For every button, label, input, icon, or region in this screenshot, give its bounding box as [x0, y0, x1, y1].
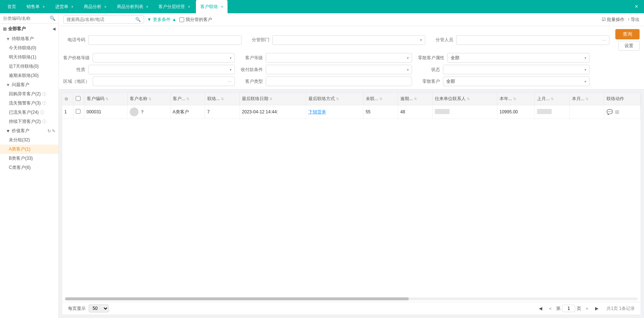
row-contacts: 7	[205, 105, 239, 119]
area-field: 区域（地区） ···	[63, 77, 235, 86]
customer-level-input[interactable]: ▾	[266, 53, 412, 63]
sort-name-icon[interactable]: ⇅	[149, 97, 151, 101]
more-conditions-btn[interactable]: ▼ 更多条件 ▲	[147, 17, 176, 23]
retail-attr-input[interactable]: 全部 ▾	[447, 53, 590, 63]
sidebar-item-repurchase-abnormal[interactable]: 回购异常客户(2) ⓘ	[0, 89, 58, 99]
row-this-year: 10995.00	[497, 105, 534, 119]
sidebar-item-c-class[interactable]: C类客户(6)	[0, 163, 58, 172]
sort-overdue-icon[interactable]: ⇅	[414, 97, 417, 101]
nav-customer-tier[interactable]: 客户分层经营 ×	[154, 0, 194, 13]
sort-cp-icon[interactable]: ⇅	[467, 97, 470, 101]
nav-home[interactable]: 首页	[3, 0, 21, 13]
more-action-icon[interactable]: ⊞	[615, 109, 619, 115]
col-overdue-label: 逾期...	[400, 96, 413, 102]
nav-purchase[interactable]: 进货单 ×	[51, 0, 78, 13]
table-wrapper: ⚙ 客户编码 ⇅	[62, 93, 641, 296]
sort-date-icon[interactable]: ⇅	[269, 97, 272, 101]
edit-icon[interactable]: ✎	[52, 128, 56, 134]
sort-lm-icon[interactable]: ⇅	[551, 97, 554, 101]
problem-customers-group[interactable]: ▼ 问题客户	[0, 80, 58, 89]
sidebar-item-unclassified[interactable]: 未分组(32)	[0, 135, 58, 145]
horizontal-scrollbar[interactable]	[65, 297, 638, 300]
nav-sales-close[interactable]: ×	[43, 5, 45, 9]
col-not-contacted-label: 未联...	[366, 96, 378, 102]
sort-method-icon[interactable]: ⇅	[336, 97, 339, 101]
value-customers-group[interactable]: ▼ 价值客户 ↻ ✎	[0, 126, 58, 135]
chat-action-icon[interactable]: 💬	[607, 109, 613, 115]
prev-page-btn[interactable]: ＜	[546, 305, 555, 312]
manager-input[interactable]: ···	[456, 35, 609, 45]
grid-icon: ⊞	[3, 26, 7, 32]
batch-ops-icon: ☑	[602, 17, 606, 22]
nav-customer-contact-close[interactable]: ×	[221, 5, 223, 9]
table-settings-gear[interactable]: ⚙	[64, 96, 68, 102]
customer-type-input[interactable]	[266, 77, 412, 86]
my-customers-checkbox[interactable]	[179, 17, 184, 22]
phone-input[interactable]	[88, 35, 242, 45]
sidebar-item-loss-warning[interactable]: 流失预警客户(3) ⓘ	[0, 99, 58, 108]
refresh-icon[interactable]: ↻	[47, 128, 51, 134]
search-icon[interactable]: 🔍	[135, 17, 141, 22]
search-input[interactable]	[67, 17, 134, 22]
status-input[interactable]: ▾	[443, 65, 590, 74]
table-container: ⚙ 客户编码 ⇅	[62, 92, 641, 315]
row-last-date: 2023-04-12 14:44:	[240, 105, 306, 119]
collapse-icon[interactable]: ◀	[53, 27, 56, 31]
batch-ops-btn[interactable]: ☑ 批量操作	[602, 17, 625, 23]
nav-sales[interactable]: 销售单 ×	[22, 0, 49, 13]
last-page-btn[interactable]: ▶	[593, 305, 601, 312]
payment-input[interactable]: ▾	[266, 65, 412, 74]
window-close-button[interactable]: ×	[632, 2, 641, 11]
nav-customer-tier-close[interactable]: ×	[188, 5, 190, 9]
nav-product-list-close[interactable]: ×	[146, 5, 149, 9]
nav-customer-contact[interactable]: 客户联络 ×	[196, 0, 228, 13]
row-select-checkbox[interactable]	[76, 109, 80, 114]
query-button[interactable]: 查询	[615, 29, 640, 39]
settings-button[interactable]: 设置	[618, 41, 640, 51]
row-overdue: 48	[398, 105, 432, 119]
page-input[interactable]	[562, 305, 575, 312]
price-level-label: 客户价格等级	[63, 55, 90, 61]
sort-ty-icon[interactable]: ⇅	[513, 97, 516, 101]
dept-input[interactable]: ▾	[272, 35, 426, 45]
retail-customer-label: 零散客户	[418, 78, 440, 85]
next-page-btn[interactable]: ＞	[583, 305, 591, 312]
all-customers-header[interactable]: ⊞ 全部客户 ◀	[0, 24, 58, 34]
sidebar-item-tomorrow[interactable]: 明天待联络(1)	[0, 53, 58, 62]
sidebar-item-today[interactable]: 今天待联络(0)	[0, 43, 58, 53]
sidebar-search-icon[interactable]: 🔍	[50, 15, 56, 21]
sidebar-item-b-class[interactable]: B类客户(33)	[0, 154, 58, 163]
sidebar-item-declining[interactable]: 持续下滑客户(2) ⓘ	[0, 117, 58, 126]
nav-purchase-close[interactable]: ×	[71, 5, 74, 9]
per-page-select[interactable]: 50 100 200	[89, 304, 109, 312]
select-all-checkbox[interactable]	[76, 96, 80, 101]
nature-input[interactable]: ▾	[88, 65, 235, 74]
all-customers-label: 全部客户	[8, 26, 26, 32]
export-btn[interactable]: ↑ 导出	[627, 17, 640, 23]
sidebar-item-overdue[interactable]: 逾期未联络(30)	[0, 71, 58, 80]
pending-contact-group[interactable]: ▼ 待联络客户	[0, 34, 58, 43]
nav-product-analysis-close[interactable]: ×	[104, 5, 107, 9]
col-contacts-label: 联络...	[207, 96, 220, 102]
sidebar-item-a-class[interactable]: A类客户(1)	[0, 145, 58, 154]
sort-contacts-icon[interactable]: ⇅	[221, 97, 224, 101]
nav-product-analysis[interactable]: 商品分析 ×	[79, 0, 111, 13]
sort-code-icon[interactable]: ⇅	[105, 97, 108, 101]
sort-category-icon[interactable]: ⇅	[186, 97, 189, 101]
price-level-input[interactable]: ▾	[93, 53, 235, 63]
sidebar-search-input[interactable]	[3, 16, 50, 21]
sidebar-item-7days[interactable]: 近7天待联络(0)	[0, 62, 58, 71]
sidebar-item-lost[interactable]: 已流失客户(24) ⓘ	[0, 108, 58, 117]
sort-nc-icon[interactable]: ⇅	[379, 97, 382, 101]
area-input[interactable]: ···	[93, 77, 235, 86]
nav-home-label: 首页	[7, 4, 16, 10]
first-page-btn[interactable]: ◀	[537, 305, 544, 312]
page-label2: 页	[577, 305, 581, 312]
retail-customer-input[interactable]: 全部 ▾	[443, 77, 590, 86]
col-contact-person-label: 往来单位联系人	[435, 96, 466, 102]
row-last-method-link[interactable]: 下销货单	[308, 109, 326, 114]
col-this-month: 本月... ⇅	[569, 93, 604, 105]
nav-product-list[interactable]: 商品分析列表 ×	[112, 0, 153, 13]
pending-arrow-icon: ▼	[6, 36, 10, 42]
sort-tm-icon[interactable]: ⇅	[586, 97, 588, 101]
